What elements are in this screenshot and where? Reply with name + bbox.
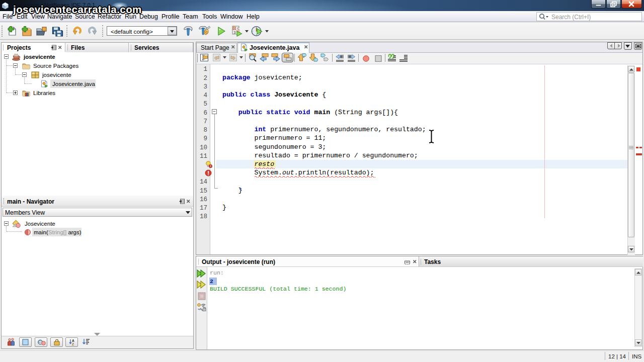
- svg-text:3: 3: [233, 30, 236, 35]
- svg-text:S: S: [39, 340, 42, 345]
- svg-text:Z: Z: [72, 342, 74, 346]
